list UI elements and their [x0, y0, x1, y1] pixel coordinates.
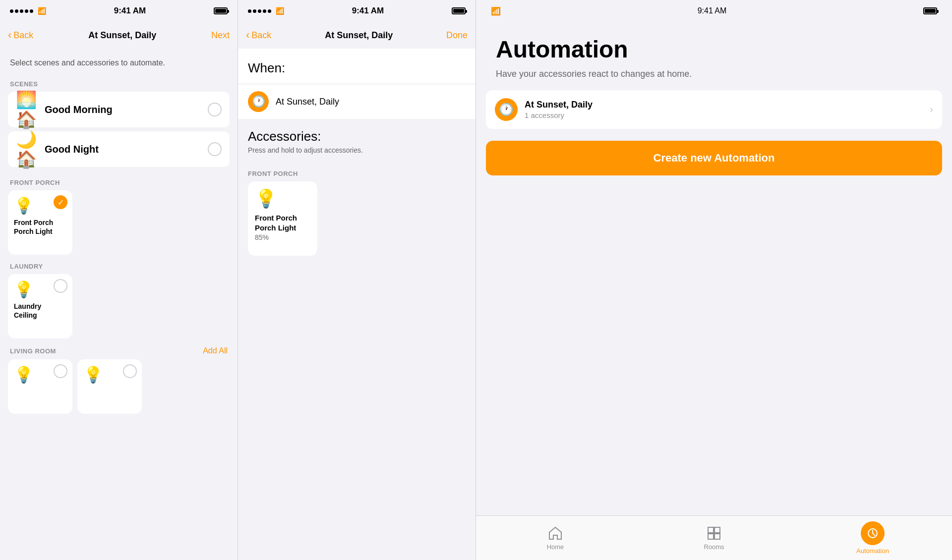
dot2 — [15, 9, 18, 13]
dot3 — [20, 9, 23, 13]
spacer — [476, 187, 952, 560]
right-icons-2 — [452, 7, 466, 14]
status-bar-2: 📶 9:41 AM — [238, 0, 476, 22]
when-clock-icon: 🕐 — [248, 91, 269, 112]
front-porch-header: FRONT PORCH — [0, 171, 238, 190]
screen3-panel: 📶 9:41 AM Automation Have your accessori… — [476, 0, 952, 560]
screen2-acc-name: Front PorchPorch Light — [255, 213, 310, 232]
scroll-area-1[interactable]: Select scenes and accessories to automat… — [0, 49, 238, 560]
svg-rect-1 — [714, 527, 720, 533]
back-chevron-2: ‹ — [246, 29, 249, 42]
morning-emoji: 🌅🏠 — [16, 90, 38, 129]
porch-light-check: ✓ — [54, 195, 67, 209]
laundry-ceiling-card[interactable]: 💡 LaundryCeiling — [8, 274, 72, 338]
front-porch-grid: 💡 Front PorchPorch Light ✓ — [0, 190, 238, 255]
nav-title-2: At Sunset, Daily — [325, 30, 393, 41]
automation-desc: Have your accessories react to changes a… — [496, 68, 932, 80]
nav-title-1: At Sunset, Daily — [88, 30, 156, 41]
front-porch-light-card[interactable]: 💡 Front PorchPorch Light ✓ — [8, 190, 72, 255]
accessories-section: Accessories: Press and hold to adjust ac… — [238, 119, 476, 256]
signal-3: 📶 — [491, 6, 501, 16]
scene-icon-night: 🌙🏠 — [16, 138, 38, 160]
screen1-subtitle: Select scenes and accessories to automat… — [0, 49, 238, 72]
status-bar-1: 📶 9:41 AM — [0, 0, 238, 22]
status-bar-3: 📶 9:41 AM — [476, 0, 952, 22]
back-button-2[interactable]: ‹ Back — [246, 29, 271, 42]
tab-automation-label: Automation — [856, 547, 889, 555]
scene-row-morning[interactable]: 🌅🏠 Good Morning — [8, 92, 230, 127]
scene-radio-night[interactable] — [208, 142, 222, 156]
tab-automation[interactable]: Automation — [793, 521, 952, 555]
scene-name-morning: Good Morning — [45, 104, 201, 115]
done-button[interactable]: Done — [446, 30, 468, 41]
scene-row-night[interactable]: 🌙🏠 Good Night — [8, 131, 230, 167]
back-label-2[interactable]: Back — [251, 30, 271, 41]
tab-rooms[interactable]: Rooms — [635, 525, 793, 551]
scroll-area-2[interactable]: When: 🕐 At Sunset, Daily Accessories: Pr… — [238, 49, 476, 560]
wifi-icon-1: 📶 — [38, 7, 46, 15]
right-icons-3 — [923, 7, 937, 14]
battery-3 — [923, 7, 937, 14]
next-button-1[interactable]: Next — [211, 30, 230, 41]
living-room-header: LIVING ROOM — [10, 347, 56, 355]
automation-list-item[interactable]: 🕐 At Sunset, Daily 1 accessory › — [486, 90, 942, 129]
night-emoji: 🌙🏠 — [16, 129, 38, 169]
scene-name-night: Good Night — [45, 144, 201, 155]
battery-2 — [452, 7, 466, 14]
scene-radio-morning[interactable] — [208, 103, 222, 116]
svg-rect-0 — [708, 527, 714, 533]
svg-rect-2 — [708, 534, 714, 539]
screen2-acc-card[interactable]: 💡 Front PorchPorch Light 85% — [248, 181, 317, 256]
add-all-button[interactable]: Add All — [203, 346, 228, 355]
accessories-subtitle: Press and hold to adjust accessories. — [238, 146, 476, 162]
porch-light-name: Front PorchPorch Light — [14, 218, 66, 236]
lr-radio-1[interactable] — [54, 364, 67, 378]
tab-rooms-label: Rooms — [704, 543, 724, 551]
laundry-grid: 💡 LaundryCeiling — [0, 274, 238, 338]
signal-2: 📶 — [248, 7, 284, 15]
when-row[interactable]: 🕐 At Sunset, Daily — [238, 84, 476, 119]
laundry-header: LAUNDRY — [0, 255, 238, 274]
screen1-panel: 📶 9:41 AM ‹ Back At Sunset, Daily Next S… — [0, 0, 238, 560]
automation-item-chevron: › — [930, 104, 933, 115]
right-icons-1 — [214, 7, 228, 14]
back-label-1[interactable]: Back — [13, 30, 33, 41]
rooms-icon — [706, 525, 722, 541]
tab-home[interactable]: Home — [476, 525, 635, 551]
automation-icon — [866, 527, 879, 540]
back-button-1[interactable]: ‹ Back — [8, 29, 33, 42]
living-room-grid: 💡 💡 — [0, 359, 238, 429]
dot4 — [25, 9, 28, 13]
dot5 — [30, 9, 33, 13]
wifi-icon-3: 📶 — [491, 7, 501, 15]
time-3: 9:41 AM — [698, 6, 727, 15]
automation-active-circle — [861, 521, 885, 545]
when-trigger-text: At Sunset, Daily — [276, 97, 339, 107]
automation-item-text: At Sunset, Daily 1 accessory — [525, 100, 923, 119]
screen2-panel: 📶 9:41 AM ‹ Back At Sunset, Daily Done W… — [238, 0, 476, 560]
dot1 — [10, 9, 13, 13]
laundry-name: LaundryCeiling — [14, 302, 66, 320]
battery-1 — [214, 7, 228, 14]
clock-symbol: 🕐 — [252, 95, 265, 108]
time-2: 9:41 AM — [352, 6, 384, 16]
home-icon — [547, 525, 563, 541]
laundry-radio[interactable] — [54, 279, 67, 293]
wifi-icon-2: 📶 — [276, 7, 284, 15]
living-room-section: LIVING ROOM Add All — [0, 338, 238, 359]
automation-clock-icon: 🕐 — [495, 98, 518, 121]
tab-bar-3: Home Rooms Automation — [476, 515, 952, 560]
screen2-acc-icon: 💡 — [255, 188, 310, 209]
svg-rect-3 — [714, 534, 720, 539]
create-automation-button[interactable]: Create new Automation — [486, 141, 942, 175]
when-section: When: 🕐 At Sunset, Daily — [238, 49, 476, 119]
automation-item-title: At Sunset, Daily — [525, 100, 923, 110]
back-chevron-1: ‹ — [8, 29, 11, 42]
when-label: When: — [238, 49, 476, 84]
screen2-fp-header: FRONT PORCH — [238, 162, 476, 181]
living-room-card-2[interactable]: 💡 — [77, 359, 142, 414]
lr-radio-2[interactable] — [123, 364, 137, 378]
automation-title: Automation — [496, 37, 932, 63]
living-room-card-1[interactable]: 💡 — [8, 359, 72, 414]
signal-1: 📶 — [10, 7, 46, 15]
